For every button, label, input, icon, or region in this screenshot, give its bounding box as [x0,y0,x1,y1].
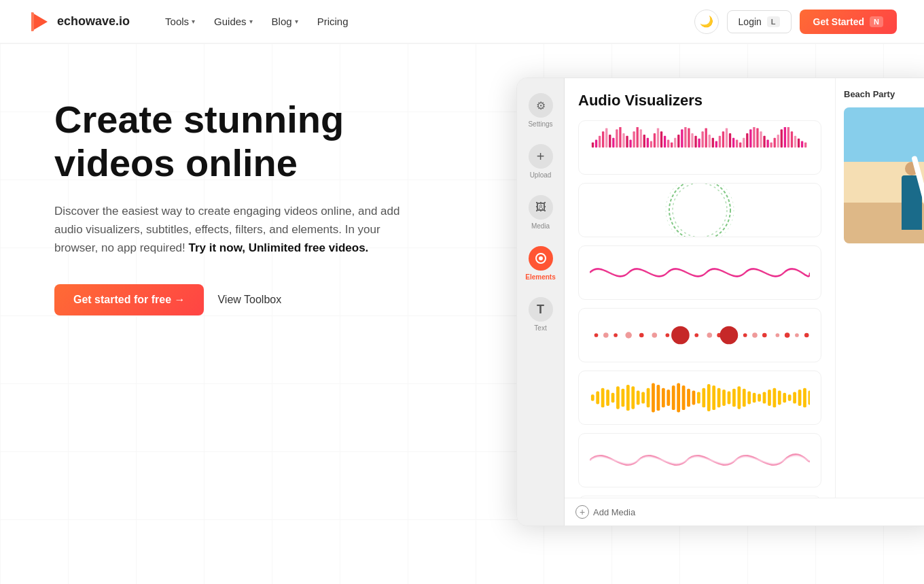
svg-rect-42 [722,131,724,148]
sidebar-item-media[interactable]: 🖼 Media [520,188,561,237]
svg-point-83 [752,332,758,338]
get-started-shortcut: N [870,16,883,27]
sidebar-item-elements[interactable]: Elements [520,239,561,288]
login-shortcut: L [767,16,780,27]
dark-mode-button[interactable]: 🌙 [694,10,719,34]
sidebar-label-settings: Settings [528,120,552,128]
svg-rect-109 [692,391,696,405]
beach-figure [902,175,922,230]
svg-rect-95 [622,389,625,407]
svg-rect-5 [595,140,597,148]
view-toolbox-link[interactable]: View Toolbox [217,294,281,306]
svg-rect-93 [611,393,615,402]
svg-rect-7 [602,131,604,148]
hero-title: Create stunning videos online [54,98,421,186]
sidebar-label-media: Media [531,222,550,230]
svg-rect-24 [660,131,662,148]
cta-button[interactable]: Get started for free → [54,284,204,315]
nav-item-blog[interactable]: Blog ▾ [264,10,306,33]
svg-rect-56 [770,142,772,148]
svg-rect-47 [739,142,741,148]
nav-item-guides[interactable]: Guides ▾ [206,10,261,33]
svg-rect-54 [763,136,765,148]
svg-rect-40 [715,141,717,148]
svg-rect-116 [728,391,731,404]
svg-rect-43 [726,128,728,148]
sidebar-item-text[interactable]: T Text [520,290,561,339]
login-button[interactable]: Login L [727,10,792,33]
svg-rect-125 [772,388,776,408]
svg-rect-58 [777,135,779,148]
svg-rect-92 [606,390,609,406]
svg-rect-117 [732,389,736,407]
wave2-visualizer-svg [590,436,810,484]
sidebar-item-upload[interactable]: + Upload [520,137,561,186]
add-media-icon: + [575,505,589,519]
svg-rect-98 [637,391,640,405]
visualizer-card-wave2[interactable] [578,433,821,487]
bars-visualizer-svg [590,127,810,168]
visualizer-card-bars[interactable] [578,120,821,175]
svg-rect-130 [798,390,802,406]
blog-chevron-icon: ▾ [295,18,298,25]
add-media-bar[interactable]: + Add Media [565,498,924,526]
logo[interactable]: echowave.io [27,10,130,34]
svg-rect-30 [681,129,683,148]
sidebar-label-text: Text [534,324,546,332]
media-icon: 🖼 [529,195,553,220]
svg-rect-127 [783,393,786,402]
sidebar-label-elements: Elements [525,273,555,281]
svg-rect-48 [743,138,745,148]
svg-rect-25 [664,136,666,148]
svg-point-75 [652,332,657,338]
demo-visualizers: Audio Visualizers [565,78,835,526]
svg-rect-122 [758,394,761,401]
svg-point-77 [671,326,690,345]
svg-rect-39 [712,138,714,148]
svg-rect-17 [637,127,639,148]
svg-rect-62 [791,131,793,148]
svg-rect-27 [671,142,673,148]
svg-rect-19 [643,135,645,148]
svg-rect-99 [641,392,645,403]
svg-rect-101 [652,383,655,413]
visualizer-card-waveform[interactable] [578,371,821,425]
svg-rect-64 [798,139,800,148]
svg-rect-107 [682,385,686,410]
svg-rect-23 [657,128,659,148]
sidebar-item-settings[interactable]: ⚙ Settings [520,86,561,135]
nav-item-pricing[interactable]: Pricing [309,10,357,33]
svg-rect-8 [605,128,607,148]
visualizer-card-circle[interactable] [578,183,821,237]
svg-rect-108 [687,389,690,407]
circle-visualizer-svg [632,183,768,237]
get-started-button[interactable]: Get Started N [800,10,897,34]
svg-rect-106 [677,383,680,413]
svg-rect-118 [737,386,741,409]
svg-rect-12 [619,127,621,148]
svg-rect-38 [709,135,711,148]
svg-rect-26 [667,140,669,148]
svg-rect-114 [717,388,721,408]
svg-point-70 [594,333,599,337]
nav-right: 🌙 Login L Get Started N [694,10,897,34]
svg-point-86 [785,332,790,338]
demo-panel: ⚙ Settings + Upload 🖼 Media Elements T T… [516,78,924,526]
svg-rect-36 [701,131,703,148]
svg-rect-120 [747,391,751,404]
svg-point-82 [743,333,747,337]
svg-rect-100 [647,388,650,408]
elements-icon [529,246,553,271]
logo-text: echowave.io [57,14,130,29]
visualizer-card-dots[interactable] [578,308,821,362]
add-media-label: Add Media [593,507,635,517]
svg-rect-15 [629,140,631,148]
main-content: Create stunning videos online Discover t… [0,44,924,584]
svg-rect-111 [702,388,705,408]
nav-item-tools[interactable]: Tools ▾ [157,10,203,33]
beach-preview [844,107,924,243]
svg-rect-57 [774,138,776,148]
visualizer-card-wave1[interactable] [578,245,821,300]
guides-chevron-icon: ▾ [249,18,253,25]
svg-point-71 [603,332,609,338]
